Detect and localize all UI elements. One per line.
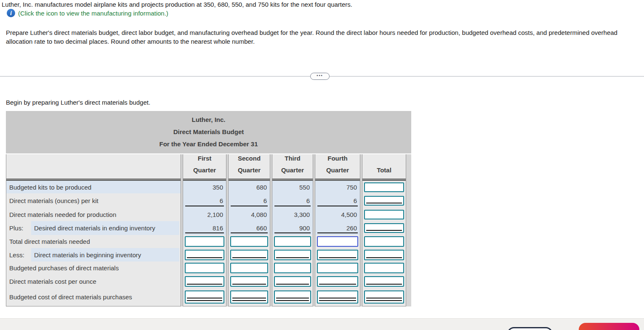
table-cell xyxy=(183,248,226,261)
value-cell: 680 xyxy=(229,181,270,193)
value-cell: 350 xyxy=(183,181,226,193)
row-prefix: Less: xyxy=(9,248,31,261)
column-header-total: Total xyxy=(362,154,406,181)
row-label: Budgeted purchases of direct materials xyxy=(6,261,181,275)
column-header-second-quarter: Second Quarter xyxy=(229,154,270,181)
table-cell xyxy=(229,288,270,306)
column-header-third-quarter: Third Quarter xyxy=(272,154,313,181)
column-total: Total xyxy=(362,154,406,306)
table-cell xyxy=(272,261,313,275)
table-cell xyxy=(183,261,226,275)
table-cell xyxy=(315,288,360,306)
table-title-block: Luther, Inc. Direct Materials Budget For… xyxy=(6,111,411,154)
amount-input[interactable] xyxy=(274,250,311,260)
table-cell xyxy=(229,235,270,248)
table-cell xyxy=(183,235,226,248)
value-cell: 660 xyxy=(229,221,270,235)
direct-materials-budget-table: Luther, Inc. Direct Materials Budget For… xyxy=(6,111,411,306)
row-label: Budgeted cost of direct materials purcha… xyxy=(6,288,181,306)
table-cell xyxy=(315,235,360,248)
ellipsis-icon: ••• xyxy=(317,74,323,78)
more-options-button[interactable]: ••• xyxy=(310,73,330,80)
amount-input[interactable] xyxy=(364,276,404,287)
amount-input[interactable] xyxy=(230,290,268,304)
info-link[interactable]: (Click the icon to view the manufacturin… xyxy=(18,10,168,17)
value-cell: 750 xyxy=(315,181,360,193)
table-cell xyxy=(362,288,406,306)
table-cell xyxy=(183,275,226,288)
column-header-fourth-quarter: Fourth Quarter xyxy=(315,154,360,181)
row-label-less: Less: Direct materials in beginning inve… xyxy=(6,248,181,261)
amount-input[interactable] xyxy=(364,223,404,233)
amount-input[interactable] xyxy=(317,276,358,287)
amount-input[interactable] xyxy=(274,276,311,287)
column-third-quarter: Third Quarter 550 6 3,300 900 xyxy=(272,154,313,306)
value-cell: 2,100 xyxy=(183,208,226,221)
amount-input[interactable] xyxy=(274,263,311,273)
amount-input[interactable] xyxy=(274,290,311,304)
label-column-header xyxy=(6,154,181,181)
table-cell xyxy=(315,275,360,288)
selected-answer-label[interactable]: Direct materials in beginning inventory xyxy=(31,248,179,261)
amount-input[interactable] xyxy=(230,250,268,260)
amount-input[interactable] xyxy=(230,263,268,273)
amount-input[interactable] xyxy=(364,263,404,273)
amount-input[interactable] xyxy=(317,250,358,260)
table-cell xyxy=(183,288,226,306)
amount-input[interactable] xyxy=(364,250,404,260)
column-fourth-quarter: Fourth Quarter 750 6 4,500 260 xyxy=(315,154,360,306)
amount-input[interactable] xyxy=(274,236,311,247)
table-cell xyxy=(229,275,270,288)
amount-input[interactable] xyxy=(317,290,358,304)
row-label: Direct materials needed for production xyxy=(6,208,181,221)
value-cell: 4,080 xyxy=(229,208,270,221)
value-cell: 4,500 xyxy=(315,208,360,221)
table-cell xyxy=(362,181,406,193)
amount-input[interactable] xyxy=(364,290,404,304)
column-first-quarter: First Quarter 350 6 2,100 816 xyxy=(183,154,226,306)
value-cell: 6 xyxy=(229,193,270,208)
value-cell: 550 xyxy=(272,181,313,193)
amount-input[interactable] xyxy=(364,210,404,219)
table-title-company: Luther, Inc. xyxy=(6,114,411,126)
table-cell xyxy=(229,248,270,261)
table-cell xyxy=(229,261,270,275)
table-cell xyxy=(272,248,313,261)
amount-input[interactable] xyxy=(230,276,268,287)
focused-amount-input[interactable] xyxy=(317,236,358,247)
panel-divider: ••• xyxy=(0,73,644,80)
table-cell xyxy=(272,275,313,288)
row-label: Direct materials (ounces) per kit xyxy=(6,193,181,208)
table-cell xyxy=(315,261,360,275)
value-cell: 3,300 xyxy=(272,208,313,221)
amount-input[interactable] xyxy=(317,263,358,273)
intro-text: Luther, Inc. manufactures model airplane… xyxy=(2,1,352,8)
table-cell xyxy=(362,208,406,221)
amount-input[interactable] xyxy=(185,236,224,247)
info-icon[interactable]: i xyxy=(7,9,15,17)
table-cell xyxy=(362,275,406,288)
row-prefix: Plus: xyxy=(9,221,31,235)
info-row: i (Click the icon to view the manufactur… xyxy=(7,9,168,17)
amount-input[interactable] xyxy=(364,182,404,192)
amount-input[interactable] xyxy=(364,196,404,206)
row-label-plus: Plus: Desired direct materials in ending… xyxy=(6,221,181,235)
amount-input[interactable] xyxy=(185,263,224,273)
amount-input[interactable] xyxy=(185,250,224,260)
selected-answer-label[interactable]: Desired direct materials in ending inven… xyxy=(31,221,179,235)
column-header-first-quarter: First Quarter xyxy=(183,154,226,181)
amount-input[interactable] xyxy=(185,276,224,287)
column-second-quarter: Second Quarter 680 6 4,080 660 xyxy=(228,154,270,306)
amount-input[interactable] xyxy=(185,290,224,304)
value-cell: 6 xyxy=(315,193,360,208)
row-label-column: Budgeted kits to be produced Direct mate… xyxy=(6,154,181,306)
secondary-action-button[interactable] xyxy=(507,327,553,330)
amount-input[interactable] xyxy=(230,236,268,247)
table-cell xyxy=(362,235,406,248)
value-cell: 6 xyxy=(183,193,226,208)
value-cell: 6 xyxy=(272,193,313,208)
row-label: Direct materials cost per ounce xyxy=(6,275,181,288)
primary-action-button[interactable] xyxy=(579,323,639,330)
amount-input[interactable] xyxy=(364,236,404,247)
table-cell xyxy=(362,221,406,235)
